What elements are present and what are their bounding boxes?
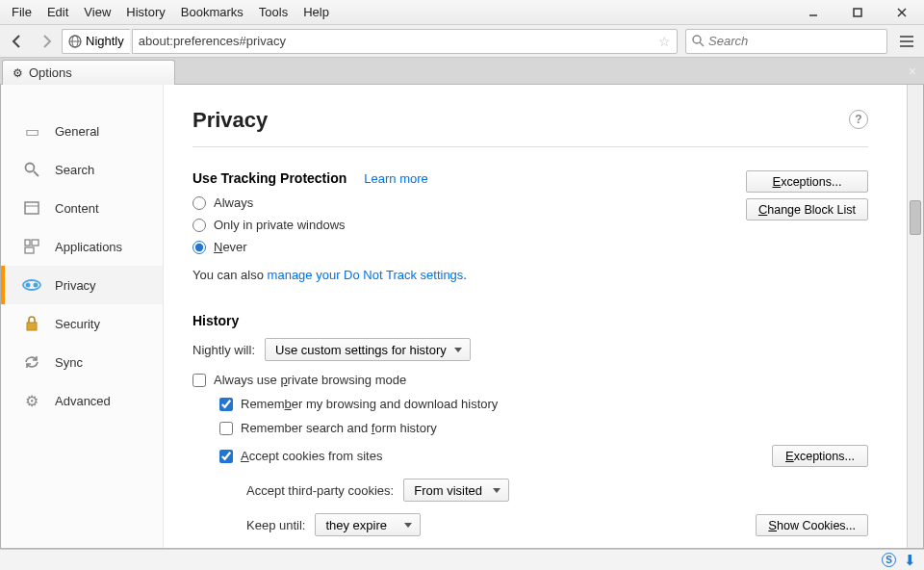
sidebar-item-general[interactable]: ▭ General <box>1 112 163 150</box>
bookmark-star-icon[interactable]: ☆ <box>658 34 671 49</box>
searchbar[interactable] <box>685 29 887 54</box>
sidebar-item-content[interactable]: Content <box>1 189 163 227</box>
svg-rect-16 <box>25 240 30 246</box>
keep-until-select[interactable]: they expire <box>315 513 421 536</box>
gear-icon: ⚙ <box>13 66 23 80</box>
menu-button[interactable] <box>893 28 920 55</box>
menu-history[interactable]: History <box>118 2 172 22</box>
menu-edit[interactable]: Edit <box>39 2 76 22</box>
svg-point-12 <box>26 164 35 172</box>
general-icon: ▭ <box>22 121 41 141</box>
svg-rect-18 <box>25 247 34 253</box>
history-heading: History <box>192 313 868 328</box>
keep-until-label: Keep until: <box>246 518 305 532</box>
searchbar-input[interactable] <box>708 34 881 48</box>
maximize-button[interactable] <box>835 0 880 25</box>
sidebar-item-label: Security <box>55 317 100 331</box>
svg-rect-14 <box>25 202 38 214</box>
third-party-select[interactable]: From visited <box>403 479 509 502</box>
main-panel: ? Privacy Use Tracking Protection Learn … <box>163 85 907 548</box>
preferences-sidebar: ▭ General Search Content Applications <box>1 85 163 548</box>
sidebar-item-applications[interactable]: Applications <box>1 227 163 266</box>
svg-rect-17 <box>32 240 38 246</box>
sidebar-item-label: Sync <box>55 355 83 370</box>
tabs-close-icon[interactable]: × <box>909 64 916 79</box>
minimize-icon <box>808 8 818 17</box>
menu-tools[interactable]: Tools <box>251 2 295 22</box>
remember-search-checkbox[interactable]: Remember search and form history <box>219 421 868 435</box>
sidebar-item-label: General <box>55 124 99 139</box>
nightly-will-label: Nightly will: <box>192 343 255 357</box>
tabstrip: ⚙ Options × <box>0 58 924 85</box>
svg-line-13 <box>34 171 38 176</box>
third-party-label: Accept third-party cookies: <box>246 483 394 498</box>
maximize-icon <box>853 8 862 17</box>
sidebar-item-advanced[interactable]: ⚙ Advanced <box>1 381 163 420</box>
svg-rect-22 <box>27 323 37 330</box>
download-icon[interactable]: ⬇ <box>904 552 916 569</box>
sidebar-item-search[interactable]: Search <box>1 150 163 189</box>
close-icon <box>897 8 907 17</box>
help-button[interactable]: ? <box>849 110 868 129</box>
status-icon-s[interactable]: S <box>882 553 896 567</box>
remember-history-checkbox[interactable]: Remember my browsing and download histor… <box>219 397 868 411</box>
sidebar-item-label: Advanced <box>55 394 111 408</box>
close-button[interactable] <box>880 0 924 25</box>
svg-line-8 <box>700 42 704 46</box>
learn-more-link[interactable]: Learn more <box>364 171 427 186</box>
navbar: Nightly ☆ <box>0 25 924 58</box>
scrollbar[interactable] <box>907 85 923 548</box>
menubar: File Edit View History Bookmarks Tools H… <box>0 0 924 25</box>
menu-file[interactable]: File <box>4 2 39 22</box>
sidebar-item-privacy[interactable]: Privacy <box>1 266 163 304</box>
back-icon <box>10 34 25 49</box>
svg-point-21 <box>34 283 38 288</box>
menu-help[interactable]: Help <box>295 2 337 22</box>
search-icon <box>22 160 41 179</box>
tracking-exceptions-button[interactable]: Exceptions... <box>746 170 868 193</box>
tracking-always-radio[interactable]: Always <box>192 195 467 210</box>
always-private-checkbox[interactable]: Always use private browsing mode <box>192 373 868 387</box>
show-cookies-button[interactable]: Show Cookies... <box>756 514 868 536</box>
search-icon <box>692 35 705 47</box>
sync-icon <box>22 352 41 372</box>
sidebar-item-label: Privacy <box>55 278 96 293</box>
tracking-heading: Use Tracking Protection <box>192 170 346 186</box>
lock-icon <box>22 314 41 333</box>
sidebar-item-label: Applications <box>55 240 122 254</box>
content-icon <box>22 198 41 218</box>
identity-label: Nightly <box>86 34 124 48</box>
page-title: Privacy <box>192 108 868 133</box>
sidebar-item-label: Content <box>55 201 99 216</box>
forward-button[interactable] <box>33 28 60 55</box>
tracking-never-radio[interactable]: Never <box>192 240 467 254</box>
menu-bookmarks[interactable]: Bookmarks <box>173 2 251 22</box>
globe-icon <box>68 35 82 48</box>
window-controls <box>791 0 924 25</box>
sidebar-item-sync[interactable]: Sync <box>1 343 163 381</box>
cookies-exceptions-button[interactable]: Exceptions... <box>772 445 868 467</box>
divider <box>192 146 868 147</box>
minimize-button[interactable] <box>791 0 835 25</box>
sidebar-item-security[interactable]: Security <box>1 304 163 343</box>
tracking-private-radio[interactable]: Only in private windows <box>192 218 467 232</box>
urlbar-input[interactable] <box>139 34 658 48</box>
identity-box[interactable]: Nightly <box>62 29 130 54</box>
history-mode-select[interactable]: Use custom settings for history <box>265 338 471 361</box>
statusbar: S ⬇ <box>0 549 924 570</box>
back-button[interactable] <box>4 28 31 55</box>
sidebar-item-label: Search <box>55 163 94 177</box>
scrollbar-thumb[interactable] <box>910 200 921 235</box>
urlbar[interactable]: ☆ <box>132 29 678 54</box>
tab-label: Options <box>29 65 72 80</box>
forward-icon <box>38 34 54 49</box>
accept-cookies-checkbox[interactable]: Accept cookies from sites <box>219 449 382 463</box>
dnt-link[interactable]: manage your Do Not Track settings <box>268 268 464 282</box>
menu-view[interactable]: View <box>76 2 118 22</box>
privacy-icon <box>22 275 41 295</box>
tab-options[interactable]: ⚙ Options <box>2 60 175 85</box>
content-area: ▭ General Search Content Applications <box>0 85 924 549</box>
change-block-list-button[interactable]: Change Block List <box>746 198 868 220</box>
hamburger-icon <box>899 35 914 48</box>
svg-point-7 <box>693 36 701 43</box>
